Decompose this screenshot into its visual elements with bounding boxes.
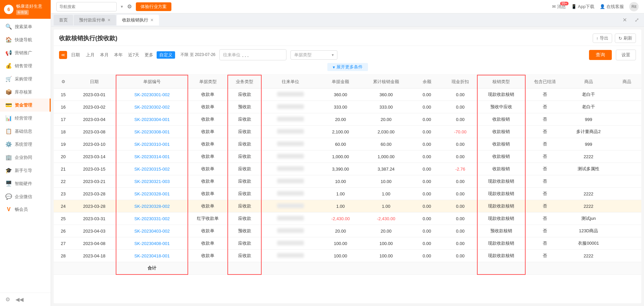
service-label: 在线客服 — [606, 4, 624, 10]
date-btn-custom[interactable]: 自定义 — [157, 51, 175, 59]
query-button[interactable]: 查询 — [589, 50, 612, 60]
order-link[interactable]: SK-20230308-001 — [134, 129, 170, 134]
sidebar-item-inventory[interactable]: 📦 库存核算 — [0, 85, 51, 99]
row-order-no[interactable]: SK-20230331-002 — [116, 212, 188, 225]
row-order-no[interactable]: SK-20230418-001 — [116, 250, 188, 262]
sidebar-item-hardware[interactable]: 🖥️ 智能硬件 — [0, 177, 51, 190]
gear-col-icon[interactable]: ⚙ — [61, 79, 65, 84]
order-link[interactable]: SK-20230328-001 — [134, 191, 170, 196]
order-link[interactable]: SK-20230321-003 — [134, 179, 170, 184]
sidebar-item-label: 库存核算 — [15, 89, 32, 95]
order-link[interactable]: SK-20230315-002 — [134, 167, 170, 172]
sidebar-item-system[interactable]: ⚙️ 系统管理 — [0, 138, 51, 151]
footer-empty6 — [410, 262, 444, 275]
footer-empty8 — [477, 262, 525, 275]
order-link[interactable]: SK-20230302-002 — [134, 105, 170, 110]
row-order-no[interactable]: SK-20230310-001 — [116, 138, 188, 150]
footer-empty2 — [228, 262, 261, 275]
row-order-no[interactable]: SK-20230308-001 — [116, 126, 188, 138]
sidebar-item-finance[interactable]: 💳 资金管理 — [0, 99, 51, 112]
row-partner — [261, 163, 319, 175]
solution-button[interactable]: 体验行业方案 — [136, 2, 171, 11]
service-btn[interactable]: 👤 在线客服 — [600, 4, 624, 10]
filter-expand-btn[interactable]: ▾ 展开更多条件 — [327, 63, 368, 71]
partner-filter-dots[interactable]: ... — [242, 51, 250, 59]
row-no: 15 — [54, 88, 73, 101]
row-order-no[interactable]: SK-20230314-001 — [116, 150, 188, 163]
col-header-doc-type: 单据类型 — [188, 75, 228, 88]
sidebar-item-guide[interactable]: 🎓 新手引导 — [0, 164, 51, 177]
messages-badge: 99+ — [560, 2, 569, 5]
row-order-no[interactable]: SK-20230301-002 — [116, 88, 188, 101]
sidebar-item-sales[interactable]: 💰 销售管理 — [0, 59, 51, 72]
row-goods2 — [612, 237, 641, 250]
sidebar-item-corp[interactable]: 🏢 企业协同 — [0, 151, 51, 164]
sidebar-item-basic[interactable]: 📋 基础信息 — [0, 125, 51, 138]
settings-footer-btn[interactable]: ⚙ — [5, 296, 10, 303]
order-link[interactable]: SK-20230328-002 — [134, 204, 170, 209]
tab-collection-close[interactable]: ✕ — [150, 18, 154, 22]
row-order-no[interactable]: SK-20230321-003 — [116, 175, 188, 188]
date-btn-last-month[interactable]: 上月 — [84, 51, 97, 59]
row-order-no[interactable]: SK-20230302-002 — [116, 101, 188, 113]
order-link[interactable]: SK-20230310-001 — [134, 142, 170, 147]
filter-collapse-btn[interactable]: ≪ — [59, 51, 67, 59]
row-no: 16 — [54, 101, 73, 113]
partner-filter-wrap[interactable]: 往来单位 ... — [219, 49, 286, 60]
sidebar-item-label: 新手引导 — [15, 168, 32, 174]
export-button[interactable]: ↑ 导出 — [593, 34, 612, 43]
sidebar-nav: 🔍 搜索菜单 🏠 快捷导航 📢 营销推广 💰 销售管理 🛒 采购管理 📦 — [0, 19, 51, 293]
tab-prepay-close[interactable]: ✕ — [107, 18, 111, 22]
order-link[interactable]: SK-20230331-002 — [134, 216, 170, 221]
col-header-no[interactable]: ⚙ — [54, 75, 73, 88]
row-order-no[interactable]: SK-20230304-001 — [116, 113, 188, 126]
row-cum-amount: 20.00 — [362, 225, 410, 237]
sidebar-item-wechat[interactable]: 💬 企业微信 — [0, 190, 51, 203]
tab-collection[interactable]: 收款核销执行 ✕ — [117, 15, 159, 25]
sidebar-item-marketing[interactable]: 📢 营销推广 — [0, 46, 51, 59]
order-link[interactable]: SK-20230418-001 — [134, 253, 170, 258]
row-order-no[interactable]: SK-20230408-001 — [116, 237, 188, 250]
tab-maximize-btn[interactable]: ⤢ — [632, 15, 641, 25]
row-include: 否 — [525, 88, 565, 101]
sidebar-item-operations[interactable]: 📊 经营管理 — [0, 112, 51, 125]
order-link[interactable]: SK-20230301-002 — [134, 92, 170, 97]
sidebar-item-search[interactable]: 🔍 搜索菜单 — [0, 20, 51, 33]
date-btn-this-month[interactable]: 本月 — [98, 51, 111, 59]
order-link[interactable]: SK-20230408-001 — [134, 241, 170, 246]
collapse-footer-btn[interactable]: ◀◀ — [15, 296, 23, 303]
sidebar-item-purchase[interactable]: 🛒 采购管理 — [0, 72, 51, 85]
order-link[interactable]: SK-20230304-001 — [134, 117, 170, 122]
date-btn-more[interactable]: 更多 — [143, 51, 155, 59]
date-btn-this-year[interactable]: 本年 — [112, 51, 125, 59]
partner-value — [277, 166, 304, 171]
dropdown-arrow-icon[interactable]: ▾ — [121, 4, 123, 9]
row-discount: 0.00 — [444, 175, 477, 188]
row-order-no[interactable]: SK-20230328-002 — [116, 200, 188, 212]
user-avatar[interactable]: Rit — [629, 2, 639, 11]
search-icon: 🔍 — [5, 23, 12, 30]
order-link[interactable]: SK-20230314-001 — [134, 154, 170, 159]
tab-home[interactable]: 首页 — [54, 15, 73, 25]
refresh-button[interactable]: ↻ 刷新 — [615, 34, 636, 43]
date-btn-7days[interactable]: 近7天 — [126, 51, 141, 59]
tab-home-label: 首页 — [59, 17, 68, 23]
order-link[interactable]: SK-20230403-002 — [134, 229, 170, 234]
messages-btn[interactable]: ✉ 消息 99+ — [552, 4, 566, 10]
row-order-no[interactable]: SK-20230315-002 — [116, 163, 188, 175]
row-order-no[interactable]: SK-20230328-001 — [116, 188, 188, 200]
table-row: 20 2023-03-14 SK-20230314-001 收款单 应收款 1,… — [54, 150, 641, 163]
setting-button[interactable]: 设置 — [616, 50, 636, 60]
app-download-btn[interactable]: 📱 App下载 — [571, 4, 594, 10]
nav-search-input[interactable] — [56, 2, 117, 11]
doctype-filter-wrap[interactable]: 单据类型 ▾ — [290, 50, 337, 60]
row-cancel-type: 现款收款核销 — [477, 212, 525, 225]
tab-prepay[interactable]: 预付款应付单 ✕ — [74, 15, 116, 25]
inventory-icon: 📦 — [5, 89, 12, 95]
sidebar-item-quicknav[interactable]: 🏠 快捷导航 — [0, 33, 51, 46]
sidebar-item-member[interactable]: V 畅会员 — [0, 203, 51, 216]
row-goods2 — [612, 163, 641, 175]
row-order-no[interactable]: SK-20230403-002 — [116, 225, 188, 237]
tab-close-btn[interactable]: ✕ — [620, 15, 629, 25]
topbar-gear-icon[interactable]: ⚙ — [127, 3, 132, 10]
